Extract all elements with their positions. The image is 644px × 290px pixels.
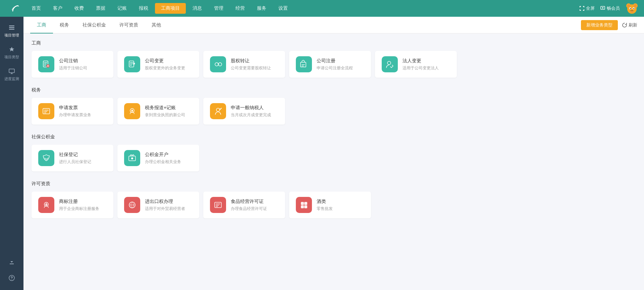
section-title-business: 工商 bbox=[32, 40, 636, 46]
card-title: 社保登记 bbox=[59, 152, 91, 158]
card-title: 税务报道+记账 bbox=[145, 105, 185, 111]
card-title: 公司注销 bbox=[59, 58, 87, 64]
svg-rect-15 bbox=[9, 69, 14, 73]
legal-change-icon bbox=[382, 56, 398, 72]
logo-icon bbox=[10, 3, 21, 14]
card-desc: 零售批发 bbox=[317, 206, 333, 212]
card-company-cancel[interactable]: 公司注销 适用于注销公司 bbox=[32, 51, 113, 78]
card-title: 申请发票 bbox=[59, 105, 91, 111]
card-desc: 股权变更外的业务变更 bbox=[145, 65, 185, 71]
svg-point-10 bbox=[633, 8, 634, 9]
food-license-icon bbox=[210, 197, 226, 213]
svg-point-30 bbox=[131, 157, 133, 159]
card-tax-report[interactable]: 税务报道+记账 拿到营业执照的新公司 bbox=[117, 98, 199, 125]
card-company-change[interactable]: 公司变更 股权变更外的业务变更 bbox=[117, 51, 199, 78]
nav-fee[interactable]: 收费 bbox=[68, 0, 90, 17]
card-desc: 适用于对外贸易经营者 bbox=[145, 206, 185, 212]
svg-rect-36 bbox=[301, 205, 304, 208]
svg-rect-33 bbox=[215, 202, 221, 208]
tab-license[interactable]: 许可资质 bbox=[113, 17, 145, 33]
card-title: 食品经营许可证 bbox=[231, 199, 267, 205]
card-invoice[interactable]: 申请发票 办理申请发票业务 bbox=[32, 98, 113, 125]
refresh-button[interactable]: 刷新 bbox=[622, 22, 637, 28]
card-desc: 适用于注销公司 bbox=[59, 65, 87, 71]
company-change-icon bbox=[124, 56, 140, 72]
member-button[interactable]: 畅会员 bbox=[600, 5, 620, 11]
svg-point-11 bbox=[630, 11, 634, 13]
card-title: 股权转让 bbox=[231, 58, 271, 64]
card-title: 公司变更 bbox=[145, 58, 185, 64]
nav-tax[interactable]: 报税 bbox=[133, 0, 154, 17]
sidebar-item-label: 进度监测 bbox=[4, 76, 19, 81]
nav-business[interactable]: 工商项目 bbox=[155, 3, 186, 14]
nav-message[interactable]: 消息 bbox=[186, 0, 208, 17]
card-provident-fund[interactable]: 公积金开户 办理公积金相关业务 bbox=[117, 145, 199, 171]
section-title-social: 社保公积金 bbox=[32, 134, 636, 140]
cards-grid-social: 社保登记 进行人员社保登记 公积金开户 办理 bbox=[32, 145, 636, 171]
company-cancel-icon bbox=[38, 56, 54, 72]
card-trademark[interactable]: 商标注册 用于企业商标注册服务 bbox=[32, 192, 113, 218]
svg-rect-34 bbox=[301, 202, 304, 205]
svg-point-27 bbox=[131, 110, 133, 112]
cards-grid-business: 公司注销 适用于注销公司 公司变更 股权变更 bbox=[32, 51, 636, 78]
sidebar-download[interactable] bbox=[0, 255, 23, 269]
new-type-button[interactable]: 新增业务类型 bbox=[581, 20, 618, 30]
import-export-icon bbox=[124, 197, 140, 213]
nav-settings[interactable]: 设置 bbox=[272, 0, 294, 17]
card-food-license[interactable]: 食品经营许可证 办理食品经营许可证 bbox=[203, 192, 285, 218]
tax-report-icon bbox=[124, 103, 140, 119]
nav-service[interactable]: 服务 bbox=[251, 0, 272, 17]
alcohol-icon bbox=[296, 197, 312, 213]
nav-home[interactable]: 首页 bbox=[25, 0, 47, 17]
nav-operation[interactable]: 经营 bbox=[229, 0, 251, 17]
card-alcohol[interactable]: 酒类 零售批发 bbox=[289, 192, 371, 218]
tab-actions: 新增业务类型 刷新 bbox=[581, 20, 637, 30]
card-taxpayer[interactable]: 申请一般纳税人 当月或次月成变更完成 bbox=[203, 98, 285, 125]
sidebar-item-project-type[interactable]: 项目类型 bbox=[0, 42, 23, 64]
card-equity-transfer[interactable]: 股权转让 公司变更需要股权转让 bbox=[203, 51, 285, 78]
sidebar-help[interactable] bbox=[0, 271, 23, 285]
help-icon bbox=[8, 275, 15, 281]
card-desc: 办理食品经营许可证 bbox=[231, 206, 267, 212]
svg-point-9 bbox=[630, 8, 631, 9]
card-title: 申请一般纳税人 bbox=[231, 105, 271, 111]
nav-accounting[interactable]: 记账 bbox=[111, 0, 133, 17]
nav-manage[interactable]: 管理 bbox=[208, 0, 229, 17]
refresh-icon bbox=[622, 22, 627, 28]
card-company-register[interactable]: 公司注册 申请公司注册全流程 bbox=[289, 51, 371, 78]
logo-area bbox=[5, 3, 25, 14]
tab-bar: 工商 税务 社保公积金 许可资质 其他 新增业务类型 刷新 bbox=[23, 17, 644, 33]
fullscreen-button[interactable]: 全屏 bbox=[579, 5, 595, 11]
tab-social[interactable]: 社保公积金 bbox=[76, 17, 113, 33]
nav-invoice[interactable]: 票据 bbox=[90, 0, 111, 17]
sidebar-item-progress[interactable]: 进度监测 bbox=[0, 64, 23, 85]
scroll-container[interactable]: 工商 公司注销 适用于注销公司 bbox=[23, 33, 644, 290]
card-legal-change[interactable]: 法人变更 适用于公司变更法人 bbox=[375, 51, 457, 78]
card-desc: 当月或次月成变更完成 bbox=[231, 112, 271, 118]
card-desc: 拿到营业执照的新公司 bbox=[145, 112, 185, 118]
nav-customer[interactable]: 客户 bbox=[47, 0, 68, 17]
card-import-export[interactable]: 进出口权办理 适用于对外贸易经营者 bbox=[117, 192, 199, 218]
card-desc: 办理申请发票业务 bbox=[59, 112, 91, 118]
sidebar-item-project-management[interactable]: 项目管理 bbox=[0, 20, 23, 42]
section-title-tax: 税务 bbox=[32, 87, 636, 93]
cards-grid-license: 商标注册 用于企业商标注册服务 进出口权办理 适用于对外贸易经营者 bbox=[32, 192, 636, 218]
sidebar-item-label: 项目管理 bbox=[4, 33, 19, 38]
content-area: 工商 税务 社保公积金 许可资质 其他 新增业务类型 刷新 工商 bbox=[23, 17, 644, 290]
card-title: 公积金开户 bbox=[145, 152, 181, 158]
invoice-icon bbox=[38, 103, 54, 119]
card-title: 酒类 bbox=[317, 199, 333, 205]
sidebar-item-label: 项目类型 bbox=[4, 55, 19, 60]
taxpayer-icon bbox=[210, 103, 226, 119]
tab-business[interactable]: 工商 bbox=[30, 17, 53, 33]
monitor-icon bbox=[8, 68, 15, 75]
main-layout: 项目管理 项目类型 进度监测 bbox=[0, 17, 644, 290]
refresh-label: 刷新 bbox=[629, 22, 637, 28]
svg-point-17 bbox=[11, 279, 12, 280]
tab-other[interactable]: 其他 bbox=[145, 17, 168, 33]
svg-rect-13 bbox=[9, 27, 14, 28]
card-social-insurance[interactable]: 社保登记 进行人员社保登记 bbox=[32, 145, 113, 171]
tab-tax[interactable]: 税务 bbox=[53, 17, 76, 33]
company-register-icon bbox=[296, 56, 312, 72]
social-insurance-icon bbox=[38, 150, 54, 166]
